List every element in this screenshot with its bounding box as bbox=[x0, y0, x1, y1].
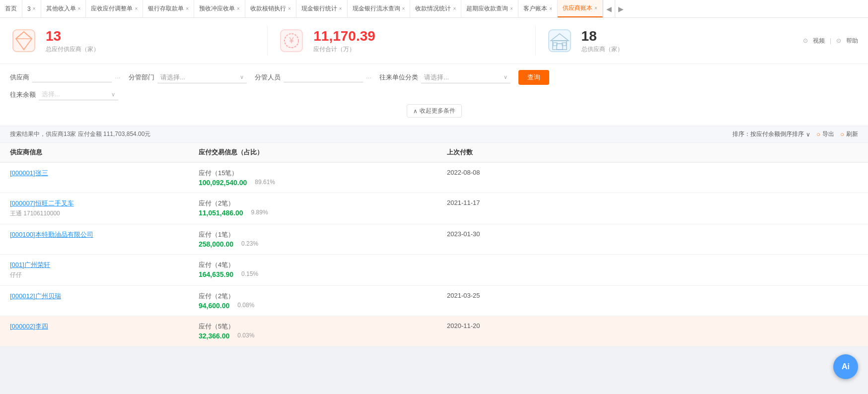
tx-label: 应付（4笔） bbox=[199, 261, 234, 269]
supplier-link[interactable]: [000001]张三 bbox=[10, 169, 199, 178]
last-pay-date: 2022-08-08 bbox=[447, 169, 480, 176]
nav-tab-ar-ap-adjust[interactable]: 应收应付调整单 × bbox=[86, 0, 143, 17]
nav-tab-bank-deposit[interactable]: 银行存取款单 × bbox=[143, 0, 194, 17]
balance-filter-label: 往来余额 bbox=[10, 90, 36, 99]
video-link[interactable]: 视频 bbox=[813, 37, 825, 45]
refresh-button[interactable]: ○ 刷新 bbox=[840, 130, 858, 138]
person-filter-label: 分管人员 bbox=[255, 73, 281, 82]
supplier-info-cell: [000007]恒旺二手叉车 王通 17106110000 bbox=[10, 199, 199, 218]
nav-tab-supplier-ledger[interactable]: 供应商账本 × bbox=[558, 0, 603, 17]
nav-tab-advance-receive[interactable]: 预收冲应收单 × bbox=[194, 0, 245, 17]
tx-label: 应付（2笔） bbox=[199, 292, 234, 301]
last-pay-date: 2023-01-30 bbox=[447, 230, 480, 238]
supplier-link[interactable]: [000007]恒旺二手叉车 bbox=[10, 199, 199, 208]
nav-tab-customer-ledger[interactable]: 客户账本 × bbox=[518, 0, 558, 17]
lastpay-cell: 2021-11-17 bbox=[447, 199, 858, 206]
close-icon[interactable]: × bbox=[186, 6, 189, 11]
table-row[interactable]: [001]广州荣轩 仔仔 应付（4笔） 164,635.90 0.15% bbox=[0, 255, 868, 286]
person-dots-btn[interactable]: ··· bbox=[366, 73, 372, 81]
close-icon[interactable]: × bbox=[33, 6, 36, 11]
supplier-input[interactable] bbox=[32, 72, 112, 82]
refresh-icon: ○ bbox=[840, 131, 844, 138]
supplier-table: 供应商信息 应付交易信息（占比） 上次付数 [000001]张三 应付（15笔）… bbox=[0, 143, 868, 346]
tx-amount: 11,051,486.00 bbox=[199, 209, 243, 217]
balance-select[interactable]: 选择... ∨ bbox=[39, 89, 118, 100]
close-icon[interactable]: × bbox=[594, 5, 597, 11]
table-row[interactable]: [000007]恒旺二手叉车 王通 17106110000 应付（2笔） 11,… bbox=[0, 193, 868, 224]
category-select[interactable]: 请选择... ∨ bbox=[421, 72, 510, 83]
export-button[interactable]: ○ 导出 bbox=[816, 130, 834, 138]
card1-content: 13 总应付供应商（家） bbox=[46, 28, 99, 54]
transaction-cell: 应付（2笔） 94,600.00 0.08% bbox=[199, 292, 447, 310]
close-icon[interactable]: × bbox=[549, 6, 552, 11]
help-icon: ⊙ bbox=[836, 37, 841, 44]
lastpay-cell: 2021-03-25 bbox=[447, 292, 858, 299]
nav-tab-cash-bank-flow[interactable]: 现金银行流水查询 × bbox=[348, 0, 411, 17]
supplier-link[interactable]: [000100]本特勤油品有限公司 bbox=[10, 230, 199, 239]
header-card-1: 13 总应付供应商（家） bbox=[10, 27, 257, 55]
close-icon[interactable]: × bbox=[135, 6, 138, 11]
close-icon[interactable]: × bbox=[78, 6, 81, 11]
top-right-links: ⊙ 视频 | ⊙ 帮助 bbox=[793, 37, 858, 45]
close-icon[interactable]: × bbox=[510, 6, 513, 11]
card1-number: 13 bbox=[46, 28, 99, 45]
tx-percent: 0.08% bbox=[237, 302, 254, 309]
tx-percent: 0.23% bbox=[241, 240, 258, 247]
card2-content: 11,170.39 应付合计（万） bbox=[313, 28, 375, 54]
nav-prev-arrow[interactable]: ◀ bbox=[603, 0, 615, 17]
table-row[interactable]: [000012]广州贝瑞 应付（2笔） 94,600.00 0.08% 2021… bbox=[0, 286, 868, 316]
video-icon: ⊙ bbox=[803, 37, 808, 44]
nav-tab-3[interactable]: 3 × bbox=[22, 0, 41, 17]
supplier-link[interactable]: [000002]李四 bbox=[10, 322, 199, 331]
nav-tab-other-income[interactable]: 其他收入单 × bbox=[41, 0, 86, 17]
nav-tab-overdue-ar[interactable]: 超期应收款查询 × bbox=[461, 0, 518, 17]
result-actions: 排序：按应付余额倒序排序 ∨ ○ 导出 ○ 刷新 bbox=[732, 130, 858, 138]
nav-tab-collection-exec[interactable]: 收款核销执行 × bbox=[245, 0, 296, 17]
table-row[interactable]: [000002]李四 应付（5笔） 32,366.00 0.03% 2020-1… bbox=[0, 316, 868, 346]
tx-label: 应付（5笔） bbox=[199, 322, 234, 331]
dept-filter-label: 分管部门 bbox=[129, 73, 154, 82]
nav-tab-collection-stat[interactable]: 收款情况统计 × bbox=[410, 0, 461, 17]
card2-number: 11,170.39 bbox=[313, 28, 375, 45]
query-button[interactable]: 查询 bbox=[518, 70, 549, 85]
supplier-dots-btn[interactable]: ··· bbox=[115, 73, 121, 81]
close-icon[interactable]: × bbox=[339, 6, 342, 11]
supplier-filter: 供应商 ··· bbox=[10, 72, 121, 82]
close-icon[interactable]: × bbox=[453, 6, 456, 11]
close-icon[interactable]: × bbox=[288, 6, 291, 11]
col-header-transaction: 应付交易信息（占比） bbox=[199, 148, 447, 157]
nav-tab-cash-bank-stat[interactable]: 现金银行统计 × bbox=[296, 0, 348, 17]
filter-area: 供应商 ··· 分管部门 请选择... ∨ 分管人员 ··· 往来单位分类 请选… bbox=[0, 64, 868, 126]
transaction-cell: 应付（15笔） 100,092,540.00 89.61% bbox=[199, 169, 447, 187]
result-bar: 搜索结果中，供应商13家 应付金额 111,703,854.00元 排序：按应付… bbox=[0, 126, 868, 143]
col-header-supplier: 供应商信息 bbox=[10, 148, 199, 157]
collapse-icon: ∧ bbox=[413, 108, 418, 115]
transaction-cell: 应付（1笔） 258,000.00 0.23% bbox=[199, 230, 447, 248]
tx-percent: 0.03% bbox=[237, 332, 254, 339]
tx-amount: 258,000.00 bbox=[199, 240, 233, 248]
top-navigation: 首页 3 × 其他收入单 × 应收应付调整单 × 银行存取款单 × 预收冲应收单… bbox=[0, 0, 868, 18]
last-pay-date: 2021-11-17 bbox=[447, 199, 480, 206]
col-header-lastpay: 上次付数 bbox=[447, 148, 858, 157]
table-row[interactable]: [000001]张三 应付（15笔） 100,092,540.00 89.61%… bbox=[0, 163, 868, 193]
close-icon[interactable]: × bbox=[402, 6, 405, 11]
supplier-info-cell: [000100]本特勤油品有限公司 bbox=[10, 230, 199, 239]
category-filter: 往来单位分类 请选择... ∨ bbox=[379, 72, 510, 83]
dept-select[interactable]: 请选择... ∨ bbox=[157, 72, 247, 83]
help-link[interactable]: 帮助 bbox=[846, 37, 858, 45]
nav-tab-home[interactable]: 首页 bbox=[0, 0, 22, 17]
card2-label: 应付合计（万） bbox=[313, 45, 375, 54]
supplier-link[interactable]: [001]广州荣轩 bbox=[10, 261, 199, 269]
person-input[interactable] bbox=[284, 72, 363, 82]
supplier-icon bbox=[10, 27, 38, 55]
close-icon[interactable]: × bbox=[237, 6, 240, 11]
table-header: 供应商信息 应付交易信息（占比） 上次付数 bbox=[0, 143, 868, 163]
sort-button[interactable]: 排序：按应付余额倒序排序 ∨ bbox=[732, 130, 810, 138]
person-filter: 分管人员 ··· bbox=[255, 72, 372, 82]
table-row[interactable]: [000100]本特勤油品有限公司 应付（1笔） 258,000.00 0.23… bbox=[0, 224, 868, 255]
supplier-link[interactable]: [000012]广州贝瑞 bbox=[10, 292, 199, 301]
supplier-info-cell: [000002]李四 bbox=[10, 322, 199, 331]
collapse-button[interactable]: ∧ 收起更多条件 bbox=[407, 104, 462, 118]
nav-next-arrow[interactable]: ▶ bbox=[615, 0, 627, 17]
supplier-contact: 仔仔 bbox=[10, 271, 199, 279]
